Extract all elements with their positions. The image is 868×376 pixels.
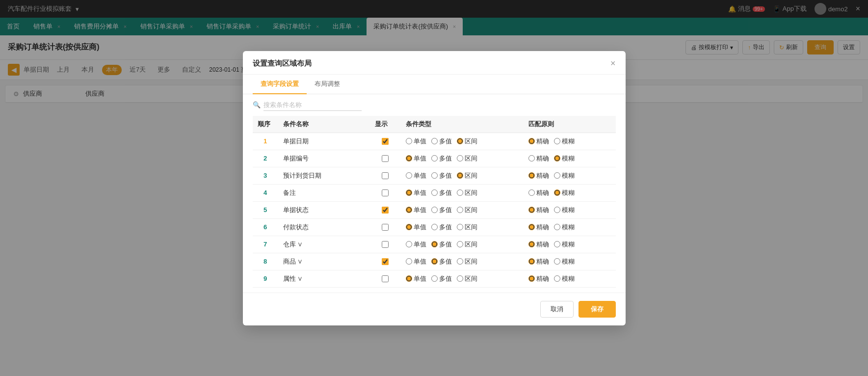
row-condition-name: 备注 [278, 184, 370, 201]
dialog-search-area: 🔍 [243, 94, 626, 116]
row-order: 7 [253, 236, 278, 253]
row-type-radios: 单值多值区间 [401, 150, 524, 167]
cancel-button[interactable]: 取消 [540, 301, 574, 318]
show-checkbox-input[interactable] [382, 138, 389, 145]
radio-type-option[interactable]: 多值 [431, 274, 452, 283]
radio-match-option[interactable]: 模糊 [554, 223, 575, 232]
show-checkbox-input[interactable] [382, 241, 389, 248]
radio-type-option[interactable]: 区间 [457, 257, 477, 266]
radio-match-option[interactable]: 精确 [528, 171, 549, 180]
radio-type-option[interactable]: 区间 [457, 240, 477, 249]
save-button[interactable]: 保存 [579, 301, 616, 318]
row-condition-name: 单据编号 [278, 150, 370, 167]
row-condition-name: 预计到货日期 [278, 167, 370, 184]
show-checkbox-input[interactable] [382, 207, 389, 214]
row-show-checkbox[interactable] [370, 133, 401, 150]
row-show-checkbox[interactable] [370, 201, 401, 218]
row-show-checkbox[interactable] [370, 184, 401, 201]
row-show-checkbox[interactable] [370, 253, 401, 270]
radio-match-option[interactable]: 精确 [528, 274, 549, 283]
radio-match-option[interactable]: 精确 [528, 223, 549, 232]
row-show-checkbox[interactable] [370, 236, 401, 253]
radio-match-option[interactable]: 模糊 [554, 137, 575, 146]
th-type: 条件类型 [401, 116, 524, 133]
row-show-checkbox[interactable] [370, 270, 401, 287]
show-checkbox-input[interactable] [382, 224, 389, 231]
row-order: 9 [253, 270, 278, 287]
row-show-checkbox[interactable] [370, 167, 401, 184]
radio-type-option[interactable]: 多值 [431, 188, 452, 197]
radio-match-option[interactable]: 精确 [528, 257, 549, 266]
radio-type-option[interactable]: 多值 [431, 223, 452, 232]
row-type-radios: 单值多值区间 [401, 236, 524, 253]
radio-type-option[interactable]: 区间 [457, 171, 477, 180]
radio-type-option[interactable]: 单值 [406, 274, 426, 283]
radio-match-option[interactable]: 精确 [528, 154, 549, 163]
dialog-close-button[interactable]: × [610, 59, 616, 68]
row-show-checkbox[interactable] [370, 287, 401, 293]
search-icon: 🔍 [253, 101, 261, 108]
show-checkbox-input[interactable] [382, 189, 389, 196]
row-type-radios: 单值多值区间 [401, 287, 524, 293]
radio-match-option[interactable]: 模糊 [554, 257, 575, 266]
radio-type-option[interactable]: 多值 [431, 137, 452, 146]
radio-type-option[interactable]: 区间 [457, 188, 477, 197]
row-condition-name: 单据日期 [278, 133, 370, 150]
table-row: 4备注单值多值区间精确模糊 [253, 184, 616, 201]
radio-match-option[interactable]: 模糊 [554, 240, 575, 249]
row-match-radios: 精确模糊 [524, 218, 616, 236]
radio-type-option[interactable]: 单值 [406, 257, 426, 266]
radio-type-option[interactable]: 多值 [431, 154, 452, 163]
radio-type-option[interactable]: 单值 [406, 206, 426, 215]
tab-query-fields[interactable]: 查询字段设置 [253, 75, 307, 94]
radio-type-option[interactable]: 多值 [431, 171, 452, 180]
radio-type-option[interactable]: 单值 [406, 137, 426, 146]
radio-type-option[interactable]: 区间 [457, 206, 477, 215]
radio-match-option[interactable]: 精确 [528, 206, 549, 215]
dialog-header: 设置查询区域布局 × [243, 51, 626, 75]
overlay: 设置查询区域布局 × 查询字段设置 布局调整 🔍 顺序 条件名称 显示 条件类型 [0, 0, 868, 376]
radio-type-option[interactable]: 区间 [457, 154, 477, 163]
radio-match-option[interactable]: 模糊 [554, 274, 575, 283]
radio-match-option[interactable]: 模糊 [554, 154, 575, 163]
radio-match-option[interactable]: 模糊 [554, 171, 575, 180]
row-match-radios: 精确模糊 [524, 236, 616, 253]
row-type-radios: 单值多值区间 [401, 133, 524, 150]
row-order: 2 [253, 150, 278, 167]
tab-layout[interactable]: 布局调整 [307, 75, 348, 94]
table-row: 6付款状态单值多值区间精确模糊 [253, 218, 616, 236]
search-input[interactable] [263, 99, 362, 111]
radio-type-option[interactable]: 区间 [457, 223, 477, 232]
radio-type-option[interactable]: 区间 [457, 274, 477, 283]
radio-type-option[interactable]: 多值 [431, 240, 452, 249]
show-checkbox-input[interactable] [382, 275, 389, 282]
radio-type-option[interactable]: 多值 [431, 257, 452, 266]
th-show: 显示 [370, 116, 401, 133]
show-checkbox-input[interactable] [382, 155, 389, 162]
radio-match-option[interactable]: 精确 [528, 188, 549, 197]
radio-type-option[interactable]: 单值 [406, 240, 426, 249]
radio-match-option[interactable]: 精确 [528, 137, 549, 146]
row-order: 10 [253, 287, 278, 293]
show-checkbox-input[interactable] [382, 172, 389, 179]
radio-type-option[interactable]: 单值 [406, 154, 426, 163]
radio-type-option[interactable]: 区间 [457, 137, 477, 146]
radio-type-option[interactable]: 多值 [431, 206, 452, 215]
row-show-checkbox[interactable] [370, 218, 401, 236]
radio-type-option[interactable]: 单值 [406, 171, 426, 180]
radio-match-option[interactable]: 精确 [528, 240, 549, 249]
show-checkbox-input[interactable] [382, 258, 389, 265]
row-show-checkbox[interactable] [370, 150, 401, 167]
row-order: 1 [253, 133, 278, 150]
row-match-radios: 精确模糊 [524, 253, 616, 270]
radio-type-option[interactable]: 单值 [406, 188, 426, 197]
row-order: 8 [253, 253, 278, 270]
row-type-radios: 单值多值区间 [401, 253, 524, 270]
row-match-radios: 精确模糊 [524, 167, 616, 184]
dialog-title: 设置查询区域布局 [253, 59, 312, 68]
radio-match-option[interactable]: 模糊 [554, 206, 575, 215]
row-order: 6 [253, 218, 278, 236]
table-row: 5单据状态单值多值区间精确模糊 [253, 201, 616, 218]
radio-match-option[interactable]: 模糊 [554, 188, 575, 197]
radio-type-option[interactable]: 单值 [406, 223, 426, 232]
